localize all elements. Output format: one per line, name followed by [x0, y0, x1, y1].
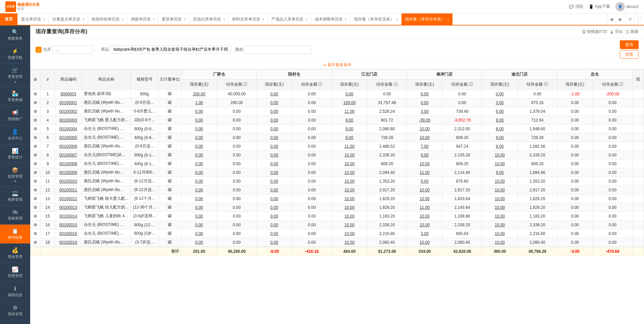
row-gear[interactable]: ⚙: [31, 151, 41, 159]
row-vc-amt: 0.00: [292, 98, 332, 107]
sidebar-finance-label: 资金管理: [1, 254, 29, 259]
expand-conditions-btn[interactable]: 展开更多条件: [323, 62, 352, 68]
row-f-qty: 0.00: [181, 116, 217, 125]
print-btn[interactable]: 按模板打印: [582, 29, 607, 35]
row-no: 8: [41, 151, 55, 159]
setting-button[interactable]: 设置: [620, 50, 639, 59]
query-button[interactable]: 查询: [620, 40, 639, 49]
row-gear[interactable]: ⚙: [31, 125, 41, 133]
sidebar-members[interactable]: 👤 会员中心: [0, 125, 30, 144]
goods-input[interactable]: [110, 45, 231, 54]
tab-5[interactable]: 要货单历史 ×: [158, 13, 190, 25]
sidebar-retail-mgmt[interactable]: 🛒 零售管理 ▲: [0, 64, 30, 87]
message-btn[interactable]: 💬 消息: [569, 4, 583, 9]
nav-expand[interactable]: ⛶: [635, 13, 644, 25]
row-current: [632, 212, 644, 221]
table-row: ⚙ 7 00100006 惠氏启赋 (Wyeth illu... (0-6月适.…: [31, 142, 644, 151]
tab-7[interactable]: 材料出库单历史 ×: [229, 13, 268, 25]
search-section: › 仓库 ... 商品 颜色 查询 设置: [30, 38, 644, 69]
sidebar-enterprise[interactable]: 🤝 企业协同: [0, 320, 30, 324]
row-gear[interactable]: ⚙: [31, 142, 41, 151]
refresh-btn[interactable]: 刷新: [626, 29, 639, 35]
sidebar-retail-mall[interactable]: 🏪 零售商城: [0, 87, 30, 106]
tab-8[interactable]: 产成品入库单历史 ×: [268, 13, 311, 25]
tab-6[interactable]: 其他出库单历史 ×: [190, 13, 229, 25]
row-gear[interactable]: ⚙: [31, 90, 41, 98]
row-t-qty: 0.00: [557, 159, 593, 168]
tab-4[interactable]: 调拨单历史 ×: [127, 13, 159, 25]
sidebar-purchase[interactable]: 🛍 采购管理: [0, 206, 30, 225]
close-tab-2[interactable]: ×: [83, 17, 85, 21]
row-gear[interactable]: ⚙: [31, 159, 41, 168]
page-header: 现存量查询(库存分布) 按模板打印 导出 刷新: [30, 26, 644, 38]
tab-10[interactable]: 现存量（库存状况表） ×: [351, 13, 402, 25]
row-code: 00100003: [55, 116, 82, 125]
finance-icon: 💰: [1, 247, 29, 253]
row-t-qty: 0.00: [557, 116, 593, 125]
row-gear[interactable]: ⚙: [31, 186, 41, 194]
tab-home[interactable]: 首页: [0, 13, 18, 25]
row-vc-amt: 0.00: [292, 203, 332, 212]
close-tab-11[interactable]: ×: [447, 17, 449, 21]
row-vc-qty: 0.00: [257, 151, 292, 159]
row-gear[interactable]: ⚙: [31, 238, 41, 247]
sidebar-basic-info[interactable]: ℹ 基础信息: [0, 282, 30, 301]
row-gear[interactable]: ⚙: [31, 203, 41, 212]
warehouse-input[interactable]: [52, 45, 93, 54]
row-vc-amt: 0.00: [292, 133, 332, 142]
close-tab-9[interactable]: ×: [345, 17, 347, 21]
row-gear[interactable]: ⚙: [31, 212, 41, 221]
collapse-btn[interactable]: ›: [36, 47, 42, 53]
row-gear[interactable]: ⚙: [31, 133, 41, 142]
sidebar-inventory[interactable]: 📋 库存核算: [0, 225, 30, 244]
sidebar-ecommerce[interactable]: 💻 电商管理: [0, 187, 30, 206]
row-gear[interactable]: ⚙: [31, 229, 41, 238]
th-yb-amt: 结存金额 ⓘ: [518, 80, 557, 90]
warehouse-label: 仓库: [43, 47, 51, 52]
table-container[interactable]: ⚙ # 商品编码 商品名称 规格型号 主计量单位 厂家仓 陌村仓 江北门店 南岸…: [30, 69, 644, 324]
sidebar-search[interactable]: 🔍 搜索英单: [0, 26, 30, 45]
sidebar-nav[interactable]: ⚡ 快捷导航: [0, 45, 30, 64]
color-input[interactable]: [245, 45, 312, 54]
tab-3[interactable]: 组装拆卸单历史 ×: [88, 13, 127, 25]
tab-2[interactable]: 分量盘点单历史 ×: [49, 13, 88, 25]
row-gear[interactable]: ⚙: [31, 194, 41, 203]
nav-prev[interactable]: ◀: [606, 13, 616, 25]
row-gear[interactable]: ⚙: [31, 168, 41, 177]
marketing-icon: 📢: [1, 109, 29, 116]
app-download-btn[interactable]: 📱 App下载: [589, 4, 610, 9]
row-jb-amt: 1,829.20: [367, 203, 407, 212]
row-gear[interactable]: ⚙: [31, 116, 41, 125]
close-tab-8[interactable]: ×: [306, 17, 308, 21]
export-btn[interactable]: 导出: [610, 29, 623, 35]
sidebar-retail-stats[interactable]: 📊 零售统计: [0, 144, 30, 164]
row-yb-qty: 9.00: [482, 133, 518, 142]
close-tab-10[interactable]: ×: [396, 17, 398, 21]
sidebar-marketing[interactable]: 📢 营销推广: [0, 106, 30, 125]
close-tab-6[interactable]: ×: [223, 17, 225, 21]
row-gear[interactable]: ⚙: [31, 98, 41, 107]
row-jb-qty: 10.00: [332, 221, 367, 229]
row-vc-amt: 0.00: [292, 212, 332, 221]
row-gear[interactable]: ⚙: [31, 177, 41, 186]
tab-1[interactable]: 盘点单历史 ×: [18, 13, 49, 25]
sidebar-finance[interactable]: 💰 资金管理: [0, 244, 30, 263]
close-tab-4[interactable]: ×: [153, 17, 155, 21]
sidebar-operations[interactable]: 📈 经营管理: [0, 263, 30, 282]
nav-close-all[interactable]: ✕: [625, 13, 635, 25]
row-gear[interactable]: ⚙: [31, 107, 41, 116]
row-unit: 罐: [158, 203, 181, 212]
close-tab-5[interactable]: ×: [184, 17, 186, 21]
tab-9[interactable]: 成本调整单历史 ×: [311, 13, 351, 25]
sidebar-system[interactable]: ⚙ 系统管理: [0, 301, 30, 320]
user-avatar[interactable]: 👤 demo2: [615, 2, 639, 11]
row-t-amt: 0.00: [593, 203, 632, 212]
close-tab-3[interactable]: ×: [122, 17, 124, 21]
tab-11-active[interactable]: 现存量（库存分布表） ×: [401, 13, 453, 25]
nav-next[interactable]: ▶: [616, 13, 625, 25]
close-tab-7[interactable]: ×: [262, 17, 264, 21]
table-row: ⚙ 11 00100010 惠氏启赋 (Wyeth illu... (6-12月…: [31, 177, 644, 186]
row-gear[interactable]: ⚙: [31, 221, 41, 229]
close-tab-1[interactable]: ×: [43, 17, 45, 21]
sidebar-wholesale[interactable]: 📦 批发管理 ▼: [0, 164, 30, 187]
